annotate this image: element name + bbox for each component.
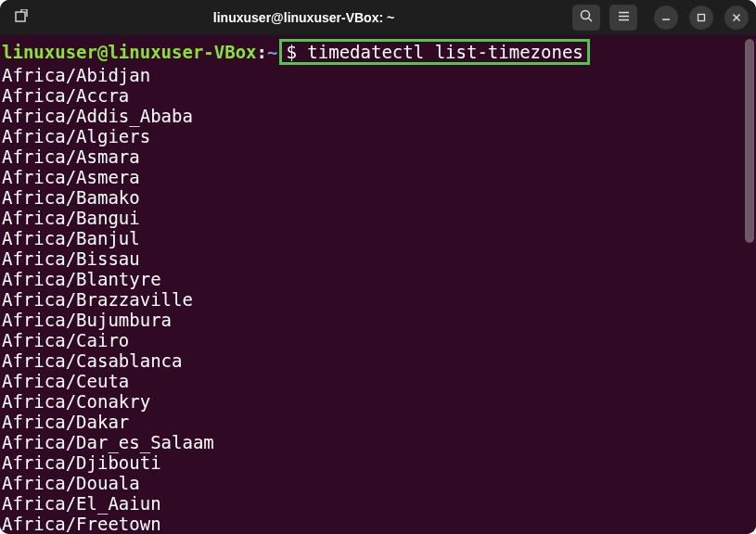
output-line: Africa/Bamako	[2, 187, 754, 208]
output-line: Africa/Brazzaville	[2, 289, 754, 310]
output-line: Africa/Douala	[2, 473, 754, 493]
output-line: Africa/Freetown	[2, 514, 754, 534]
output-container: Africa/AbidjanAfrica/AccraAfrica/Addis_A…	[2, 65, 754, 534]
menu-button[interactable]	[609, 5, 637, 31]
window-controls	[654, 6, 749, 30]
output-line: Africa/Bangui	[2, 208, 754, 228]
close-button[interactable]	[724, 6, 749, 30]
svg-rect-10	[698, 14, 705, 20]
command-highlight-box: $ timedatectl list-timezones	[279, 39, 589, 65]
output-line: Africa/Bissau	[2, 248, 754, 269]
output-line: Africa/Asmara	[2, 146, 754, 167]
svg-rect-0	[16, 12, 25, 21]
output-line: Africa/Blantyre	[2, 269, 754, 289]
output-line: Africa/Algiers	[2, 126, 754, 146]
output-line: Africa/Abidjan	[2, 65, 754, 85]
titlebar-left	[7, 5, 35, 31]
prompt-user-host: linuxuser@linuxuser-VBox	[2, 42, 257, 62]
terminal-content: linuxuser@linuxuser-VBox:~$ timedatectl …	[2, 39, 754, 534]
output-line: Africa/Bujumbura	[2, 310, 754, 330]
prompt-path: ~	[267, 42, 277, 62]
prompt-dollar: $	[286, 42, 296, 62]
command-text: timedatectl list-timezones	[307, 42, 583, 62]
output-line: Africa/Asmera	[2, 167, 754, 187]
output-line: Africa/Casablanca	[2, 350, 754, 371]
output-line: Africa/Addis_Ababa	[2, 106, 754, 126]
minimize-icon	[661, 11, 671, 25]
svg-line-5	[588, 19, 592, 22]
scrollbar-thumb[interactable]	[745, 39, 754, 243]
new-tab-icon	[14, 9, 29, 27]
output-line: Africa/Cairo	[2, 330, 754, 350]
maximize-button[interactable]	[689, 6, 713, 30]
close-icon	[732, 11, 741, 25]
output-line: Africa/Accra	[2, 85, 754, 106]
svg-point-4	[581, 11, 589, 19]
output-line: Africa/Conakry	[2, 391, 754, 412]
output-line: Africa/El_Aaiun	[2, 493, 754, 514]
titlebar: linuxuser@linuxuser-VBox: ~	[0, 0, 756, 35]
maximize-icon	[697, 11, 706, 25]
titlebar-right	[572, 5, 749, 31]
output-line: Africa/Ceuta	[2, 371, 754, 391]
minimize-button[interactable]	[654, 6, 678, 30]
terminal-body[interactable]: linuxuser@linuxuser-VBox:~$ timedatectl …	[0, 35, 756, 534]
output-line: Africa/Djibouti	[2, 452, 754, 473]
hamburger-icon	[617, 9, 631, 26]
output-line: Africa/Dar_es_Salaam	[2, 432, 754, 452]
prompt-colon: :	[257, 42, 267, 62]
search-icon	[580, 9, 594, 26]
prompt-line: linuxuser@linuxuser-VBox:~$ timedatectl …	[2, 39, 754, 65]
window-title: linuxuser@linuxuser-VBox: ~	[43, 10, 565, 25]
output-line: Africa/Banjul	[2, 228, 754, 248]
terminal-window: linuxuser@linuxuser-VBox: ~	[0, 0, 756, 534]
output-line: Africa/Dakar	[2, 412, 754, 432]
new-tab-button[interactable]	[7, 5, 35, 31]
search-button[interactable]	[572, 5, 600, 31]
